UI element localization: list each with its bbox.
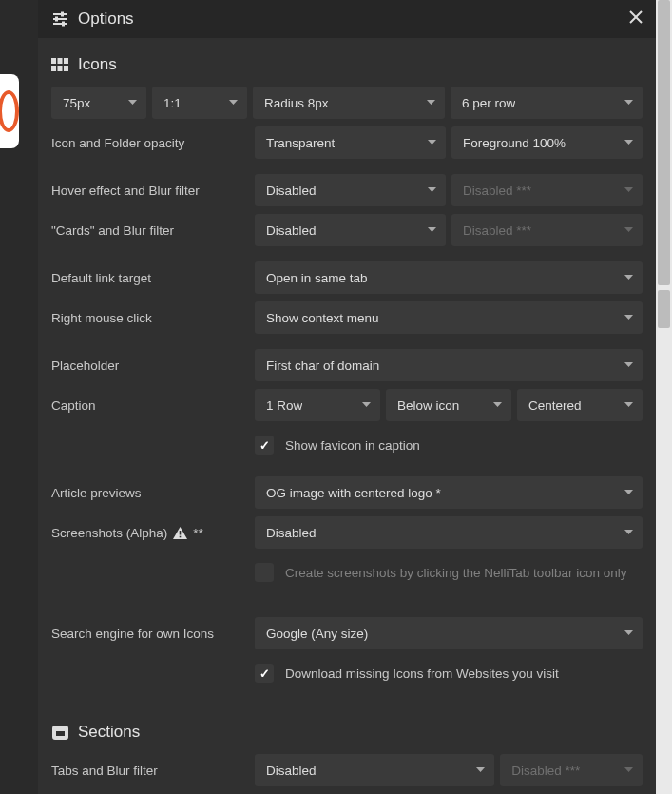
svg-rect-17	[55, 730, 66, 737]
placeholder-select[interactable]: First char of domain	[255, 349, 643, 381]
chevron-down-icon	[229, 100, 238, 106]
section-title: Icons	[78, 55, 117, 74]
options-panel: Options Icons 75px 1:1 Radius	[38, 0, 656, 794]
caption-align-select[interactable]: Centered	[517, 389, 643, 421]
chevron-down-icon	[624, 275, 633, 281]
search-engine-label: Search engine for own Icons	[51, 627, 255, 641]
default-target-label: Default link target	[51, 271, 255, 285]
cards-blur-select[interactable]: Disabled ***	[451, 214, 643, 246]
screenshots-select[interactable]: Disabled	[255, 516, 643, 549]
section-header-icons: Icons	[38, 38, 656, 86]
tabs-blur-label: Tabs and Blur filter	[51, 764, 255, 778]
app-logo	[0, 74, 19, 148]
opacity-transparent-select[interactable]: Transparent	[255, 126, 446, 159]
chevron-down-icon	[427, 100, 435, 106]
screenshots-toolbar-checkbox[interactable]	[255, 563, 274, 582]
right-click-label: Right mouse click	[51, 311, 255, 325]
show-favicon-label: Show favicon in caption	[285, 438, 420, 453]
chevron-down-icon	[624, 362, 633, 368]
article-previews-select[interactable]: OG image with centered logo *	[255, 476, 643, 509]
tabs-select[interactable]: Disabled	[255, 754, 494, 786]
right-click-select[interactable]: Show context menu	[255, 301, 643, 334]
close-button[interactable]	[629, 10, 643, 28]
cards-select[interactable]: Disabled	[255, 214, 446, 246]
chevron-down-icon	[624, 402, 633, 408]
opacity-foreground-select[interactable]: Foreground 100%	[451, 126, 643, 159]
svg-rect-11	[51, 66, 56, 71]
search-engine-select[interactable]: Google (Any size)	[255, 617, 643, 649]
default-target-select[interactable]: Open in same tab	[255, 261, 643, 294]
screenshots-label: Screenshots (Alpha) **	[51, 526, 255, 540]
icons-per-row-select[interactable]: 6 per row	[451, 87, 643, 119]
svg-rect-8	[51, 58, 56, 64]
panel-title: Options	[78, 10, 134, 29]
chevron-down-icon	[624, 227, 633, 233]
icon-radius-select[interactable]: Radius 8px	[253, 87, 445, 119]
hover-effect-select[interactable]: Disabled	[255, 174, 446, 206]
chevron-down-icon	[624, 630, 633, 636]
icon-ratio-select[interactable]: 1:1	[152, 87, 247, 119]
chevron-down-icon	[493, 402, 502, 408]
hover-label: Hover effect and Blur filter	[51, 184, 255, 198]
chevron-down-icon	[624, 490, 633, 495]
scrollbar-thumb[interactable]	[658, 0, 670, 285]
page-scrollbar[interactable]	[656, 0, 672, 794]
section-title: Sections	[78, 723, 140, 742]
opacity-label: Icon and Folder opacity	[51, 136, 255, 150]
svg-rect-15	[180, 535, 182, 537]
svg-rect-12	[58, 66, 63, 71]
chevron-down-icon	[624, 530, 633, 535]
svg-rect-5	[62, 22, 65, 27]
caption-label: Caption	[51, 398, 255, 413]
chevron-down-icon	[624, 100, 633, 106]
svg-rect-14	[180, 531, 182, 535]
chevron-down-icon	[428, 187, 436, 193]
cards-label: "Cards" and Blur filter	[51, 223, 255, 238]
download-missing-checkbox[interactable]	[255, 664, 274, 683]
tabs-blur-select[interactable]: Disabled ***	[500, 754, 643, 786]
svg-rect-0	[53, 13, 67, 15]
grid-icon	[51, 56, 68, 73]
chevron-down-icon	[624, 187, 633, 193]
scrollbar-thumb[interactable]	[658, 290, 670, 328]
chevron-down-icon	[624, 315, 633, 320]
show-favicon-checkbox[interactable]	[255, 436, 274, 455]
svg-rect-13	[64, 66, 68, 71]
panel-header: Options	[38, 0, 656, 38]
window-icon	[51, 724, 68, 741]
svg-rect-3	[61, 12, 64, 17]
chevron-down-icon	[428, 140, 436, 145]
chevron-down-icon	[362, 402, 371, 408]
chevron-down-icon	[624, 140, 633, 145]
hover-blur-select[interactable]: Disabled ***	[451, 174, 643, 206]
caption-rows-select[interactable]: 1 Row	[255, 389, 380, 421]
chevron-down-icon	[128, 100, 137, 106]
caption-position-select[interactable]: Below icon	[386, 389, 511, 421]
chevron-down-icon	[476, 767, 485, 773]
chevron-down-icon	[624, 767, 633, 773]
screenshots-toolbar-label: Create screenshots by clicking the Nelli…	[285, 566, 626, 580]
chevron-down-icon	[428, 227, 436, 233]
placeholder-label: Placeholder	[51, 358, 255, 373]
download-missing-label: Download missing Icons from Websites you…	[285, 667, 559, 681]
icon-size-select[interactable]: 75px	[51, 87, 146, 119]
svg-rect-10	[64, 58, 68, 64]
sliders-icon	[51, 10, 68, 28]
article-previews-label: Article previews	[51, 486, 255, 500]
svg-rect-4	[55, 17, 58, 22]
warning-icon	[173, 527, 187, 539]
section-header-sections: Sections	[38, 713, 656, 753]
svg-rect-9	[58, 58, 63, 64]
